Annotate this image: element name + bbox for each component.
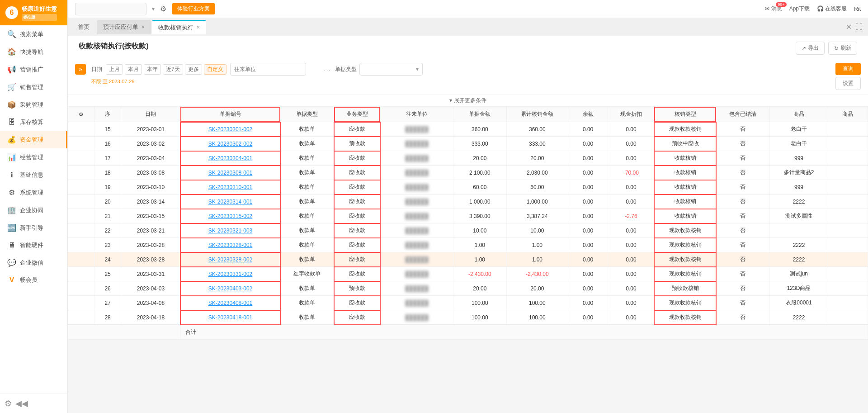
td-sn[interactable]: SK-20230301-002 xyxy=(180,122,280,137)
tab-home[interactable]: 首页 xyxy=(71,20,96,34)
td-partner: ██████ xyxy=(380,281,453,296)
partner-input[interactable] xyxy=(230,63,306,76)
sn-link[interactable]: SK-20230418-001 xyxy=(208,314,252,321)
sn-link[interactable]: SK-20230301-002 xyxy=(208,126,252,133)
tab-cancel[interactable]: 收款核销执行 ✕ xyxy=(152,20,206,34)
query-button[interactable]: 查询 xyxy=(835,63,861,75)
sn-link[interactable]: SK-20230302-002 xyxy=(208,141,252,147)
td-sn[interactable]: SK-20230328-002 xyxy=(180,252,280,267)
sidebar-item-member[interactable]: V 畅会员 xyxy=(0,271,67,289)
search-wrapper[interactable] xyxy=(75,3,146,15)
settings-button[interactable]: 设置 xyxy=(835,77,861,90)
sidebar-item-inventory[interactable]: 🗄 库存核算 xyxy=(0,114,67,131)
td-sn[interactable]: SK-20230315-002 xyxy=(180,209,280,223)
sn-link[interactable]: SK-20230403-002 xyxy=(208,285,252,292)
sn-link[interactable]: SK-20230304-001 xyxy=(208,155,252,161)
sn-link[interactable]: SK-20230310-001 xyxy=(208,184,252,190)
tab-fullscreen-icon[interactable]: ⛶ xyxy=(855,23,863,31)
th-date: 日期 xyxy=(121,107,180,122)
sn-link[interactable]: SK-20230328-001 xyxy=(208,242,252,248)
sn-link[interactable]: SK-20230331-002 xyxy=(208,271,252,277)
tab-prepay[interactable]: 预计应应付单 ✕ xyxy=(97,20,151,34)
search-input[interactable] xyxy=(79,3,170,15)
expand-more-button[interactable]: ▾ 展开更多条件 xyxy=(449,97,486,104)
sidebar-item-label: 智能硬件 xyxy=(20,241,43,249)
tab-prepay-close[interactable]: ✕ xyxy=(141,24,145,29)
sidebar-item-system[interactable]: ⚙ 系统管理 xyxy=(0,184,67,201)
td-goods2 xyxy=(828,267,868,281)
export-button[interactable]: ↗ 导出 xyxy=(796,42,825,55)
sidebar-item-purchase[interactable]: 📦 采购管理 xyxy=(0,96,67,114)
sidebar-item-quicknav[interactable]: 🏠 快捷导航 xyxy=(0,43,67,61)
td-sn[interactable]: SK-20230328-001 xyxy=(180,238,280,252)
settings-bottom-icon[interactable]: ⚙ xyxy=(5,399,12,408)
date-btn-last-month[interactable]: 上月 xyxy=(106,64,123,75)
date-btn-this-year[interactable]: 本年 xyxy=(144,64,161,75)
sidebar-item-guide[interactable]: 🆕 新手引导 xyxy=(0,219,67,237)
td-sn[interactable]: SK-20230403-002 xyxy=(180,281,280,296)
td-goods: 衣服00001 xyxy=(770,296,828,310)
td-doc-type: 收款单 xyxy=(280,137,334,151)
date-btn-more[interactable]: 更多 xyxy=(185,64,202,75)
td-sn[interactable]: SK-20230302-002 xyxy=(180,137,280,151)
tab-close-all-icon[interactable]: ✕ xyxy=(846,23,852,31)
table-row: 152023-03-01SK-20230301-002收款单应收款██████3… xyxy=(68,122,868,137)
refresh-button[interactable]: ↻ 刷新 xyxy=(828,42,857,55)
gear-icon[interactable]: ⚙ xyxy=(160,5,166,13)
td-sn[interactable]: SK-20230418-001 xyxy=(180,310,280,325)
sidebar-item-basic[interactable]: ℹ 基础信息 xyxy=(0,166,67,184)
hardware-icon: 🖥 xyxy=(7,241,16,249)
sn-link[interactable]: SK-20230308-001 xyxy=(208,170,252,176)
td-goods: 老白干 xyxy=(770,122,828,137)
table-header-row: ⚙ 序 日期 单据编号 单据类型 业务类型 往来单位 单据金额 累计核销金额 余… xyxy=(68,107,868,122)
td-goods2 xyxy=(828,296,868,310)
td-sn[interactable]: SK-20230308-001 xyxy=(180,166,280,180)
td-biz-type: 预收款 xyxy=(334,137,381,151)
td-sn[interactable]: SK-20230310-001 xyxy=(180,180,280,195)
sn-link[interactable]: SK-20230408-001 xyxy=(208,300,252,306)
doc-type-select[interactable]: ▾ xyxy=(359,63,423,76)
td-partner: ██████ xyxy=(380,310,453,325)
td-goods2 xyxy=(828,151,868,166)
sidebar-item-label: 搜索菜单 xyxy=(20,30,43,38)
date-btn-7days[interactable]: 近7天 xyxy=(163,64,183,75)
app-download-link[interactable]: App下载 xyxy=(789,5,810,13)
td-biz-type: 应收款 xyxy=(334,180,381,195)
date-btn-custom[interactable]: 自定义 xyxy=(204,64,226,75)
table-scroll[interactable]: ⚙ 序 日期 单据编号 单据类型 业务类型 往来单位 单据金额 累计核销金额 余… xyxy=(68,107,868,340)
td-partner: ██████ xyxy=(380,195,453,209)
sn-link[interactable]: SK-20230328-002 xyxy=(208,256,252,263)
sn-link[interactable]: SK-20230314-001 xyxy=(208,199,252,205)
td-balance: 0.00 xyxy=(568,238,608,252)
td-incl-settled: 否 xyxy=(716,223,770,238)
td-sn[interactable]: SK-20230321-003 xyxy=(180,223,280,238)
td-sn[interactable]: SK-20230408-001 xyxy=(180,296,280,310)
message-badge-wrapper[interactable]: ✉ 消息 99+ xyxy=(765,5,782,13)
td-cancel-type: 收款核销 xyxy=(654,180,716,195)
solution-button[interactable]: 体验行业方案 xyxy=(172,3,215,14)
td-sn[interactable]: SK-20230304-001 xyxy=(180,151,280,166)
sidebar-item-marketing[interactable]: 📢 营销推广 xyxy=(0,61,67,78)
date-btn-this-month[interactable]: 本月 xyxy=(125,64,142,75)
td-sn[interactable]: SK-20230314-001 xyxy=(180,195,280,209)
sn-link[interactable]: SK-20230321-003 xyxy=(208,228,252,234)
td-doc-type: 收款单 xyxy=(280,122,334,137)
td-gear xyxy=(68,180,94,195)
sn-link[interactable]: SK-20230315-002 xyxy=(208,213,252,219)
td-sn[interactable]: SK-20230331-002 xyxy=(180,267,280,281)
tabs-right: ✕ ⛶ xyxy=(846,23,868,31)
sidebar-item-search[interactable]: 🔍 搜索菜单 xyxy=(0,25,67,43)
sidebar-item-corp[interactable]: 🏢 企业协同 xyxy=(0,201,67,219)
sidebar-item-sales[interactable]: 🛒 销售管理 xyxy=(0,78,67,96)
filter-toggle-button[interactable]: » xyxy=(75,64,86,75)
sidebar-item-operation[interactable]: 📊 经营管理 xyxy=(0,148,67,166)
sidebar-item-hardware[interactable]: 🖥 智能硬件 xyxy=(0,237,67,254)
td-biz-type: 应收款 xyxy=(334,122,381,137)
online-service-link[interactable]: 🎧 在线客服 xyxy=(817,5,847,13)
sidebar-item-finance[interactable]: 💰 资金管理 xyxy=(0,131,67,148)
dropdown-arrow-icon[interactable]: ▾ xyxy=(152,6,155,12)
th-gear[interactable]: ⚙ xyxy=(68,107,94,122)
tab-cancel-close[interactable]: ✕ xyxy=(196,25,200,30)
sidebar-item-wechat[interactable]: 💬 企业微信 xyxy=(0,254,67,271)
collapse-icon[interactable]: ◀◀ xyxy=(15,399,28,408)
